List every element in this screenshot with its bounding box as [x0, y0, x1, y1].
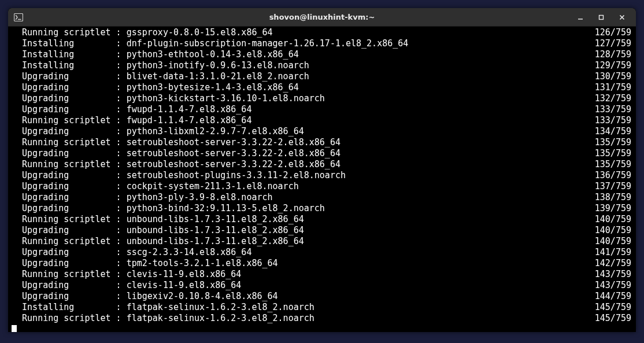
output-left: Running scriptlet : setroubleshoot-serve…	[12, 159, 340, 170]
output-line: Upgrading : setroubleshoot-plugins-3.3.1…	[12, 170, 632, 181]
output-progress: 130/759	[595, 71, 632, 82]
output-line: Upgrading : python3-kickstart-3.16.10-1.…	[12, 93, 632, 104]
output-left: Upgrading : tpm2-tools-3.2.1-1.el8.x86_6…	[12, 258, 278, 269]
output-line: Upgrading : fwupd-1.1.4-7.el8.x86_64133/…	[12, 104, 632, 115]
output-line: Upgrading : cockpit-system-211.3-1.el8.n…	[12, 181, 632, 192]
output-line: Upgrading : clevis-11-9.el8.x86_64143/75…	[12, 280, 632, 291]
output-progress: 140/759	[595, 236, 632, 247]
output-progress: 143/759	[595, 269, 632, 280]
output-left: Upgrading : setroubleshoot-server-3.3.22…	[12, 148, 340, 159]
output-left: Upgrading : libgexiv2-0.10.8-4.el8.x86_6…	[12, 291, 278, 302]
window-title: shovon@linuxhint-kvm:~	[269, 13, 375, 21]
output-left: Upgrading : python3-bytesize-1.4-3.el8.x…	[12, 82, 299, 93]
output-left: Running scriptlet : setroubleshoot-serve…	[12, 137, 340, 148]
output-left: Upgrading : python3-bind-32:9.11.13-5.el…	[12, 203, 325, 214]
output-progress: 135/759	[595, 137, 632, 148]
output-progress: 131/759	[595, 82, 632, 93]
output-progress: 133/759	[595, 104, 632, 115]
output-left: Upgrading : cockpit-system-211.3-1.el8.n…	[12, 181, 299, 192]
output-line: Upgrading : python3-bind-32:9.11.13-5.el…	[12, 203, 632, 214]
output-line: Installing : python3-inotify-0.9.6-13.el…	[12, 60, 632, 71]
titlebar[interactable]: shovon@linuxhint-kvm:~	[8, 8, 636, 27]
output-line: Upgrading : python3-bytesize-1.4-3.el8.x…	[12, 82, 632, 93]
output-progress: 145/759	[595, 313, 632, 324]
minimize-button[interactable]	[570, 8, 591, 27]
output-progress: 143/759	[595, 280, 632, 291]
output-line: Upgrading : sscg-2.3.3-14.el8.x86_64141/…	[12, 247, 632, 258]
output-line: Running scriptlet : flatpak-selinux-1.6.…	[12, 313, 632, 324]
output-progress: 138/759	[595, 192, 632, 203]
output-left: Upgrading : python3-kickstart-3.16.10-1.…	[12, 93, 325, 104]
output-line: Installing : python3-ethtool-0.14-3.el8.…	[12, 49, 632, 60]
output-line: Running scriptlet : gssproxy-0.8.0-15.el…	[12, 27, 632, 38]
output-progress: 144/759	[595, 291, 632, 302]
output-progress: 137/759	[595, 181, 632, 192]
output-progress: 129/759	[595, 60, 632, 71]
output-line: Upgrading : unbound-libs-1.7.3-11.el8_2.…	[12, 225, 632, 236]
output-left: Installing : dnf-plugin-subscription-man…	[12, 38, 408, 49]
output-left: Upgrading : setroubleshoot-plugins-3.3.1…	[12, 170, 346, 181]
output-line: Installing : flatpak-selinux-1.6.2-3.el8…	[12, 302, 632, 313]
output-progress: 135/759	[595, 159, 632, 170]
output-line: Running scriptlet : setroubleshoot-serve…	[12, 159, 632, 170]
output-left: Running scriptlet : clevis-11-9.el8.x86_…	[12, 269, 241, 280]
output-left: Upgrading : fwupd-1.1.4-7.el8.x86_64	[12, 104, 251, 115]
close-button[interactable]	[612, 8, 632, 27]
output-line: Upgrading : setroubleshoot-server-3.3.22…	[12, 148, 632, 159]
terminal-icon	[14, 13, 23, 21]
output-left: Upgrading : sscg-2.3.3-14.el8.x86_64	[12, 247, 251, 258]
output-line: Upgrading : blivet-data-1:3.1.0-21.el8_2…	[12, 71, 632, 82]
maximize-button[interactable]	[591, 8, 612, 27]
output-progress: 135/759	[595, 148, 632, 159]
output-progress: 133/759	[595, 115, 632, 126]
output-left: Upgrading : blivet-data-1:3.1.0-21.el8_2…	[12, 71, 309, 82]
window-controls	[570, 8, 632, 27]
output-line: Running scriptlet : setroubleshoot-serve…	[12, 137, 632, 148]
output-line: Installing : dnf-plugin-subscription-man…	[12, 38, 632, 49]
output-left: Upgrading : python3-libxml2-2.9.7-7.el8.…	[12, 126, 304, 137]
output-line: Upgrading : libgexiv2-0.10.8-4.el8.x86_6…	[12, 291, 632, 302]
terminal-output[interactable]: Running scriptlet : gssproxy-0.8.0-15.el…	[8, 27, 636, 332]
output-left: Running scriptlet : unbound-libs-1.7.3-1…	[12, 214, 304, 225]
output-left: Installing : flatpak-selinux-1.6.2-3.el8…	[12, 302, 314, 313]
svg-rect-0	[14, 13, 23, 21]
output-progress: 128/759	[595, 49, 632, 60]
output-progress: 126/759	[595, 27, 632, 38]
output-left: Running scriptlet : unbound-libs-1.7.3-1…	[12, 236, 304, 247]
cursor	[12, 325, 17, 332]
output-line: Running scriptlet : fwupd-1.1.4-7.el8.x8…	[12, 115, 632, 126]
output-progress: 140/759	[595, 214, 632, 225]
output-progress: 134/759	[595, 126, 632, 137]
output-progress: 139/759	[595, 203, 632, 214]
output-left: Upgrading : clevis-11-9.el8.x86_64	[12, 280, 241, 291]
output-left: Upgrading : python3-ply-3.9-8.el8.noarch	[12, 192, 273, 203]
output-progress: 142/759	[595, 258, 632, 269]
output-progress: 141/759	[595, 247, 632, 258]
output-left: Upgrading : unbound-libs-1.7.3-11.el8_2.…	[12, 225, 304, 236]
output-left: Installing : python3-inotify-0.9.6-13.el…	[12, 60, 309, 71]
output-line: Running scriptlet : clevis-11-9.el8.x86_…	[12, 269, 632, 280]
output-progress: 132/759	[595, 93, 632, 104]
output-progress: 127/759	[595, 38, 632, 49]
cursor-line	[12, 324, 632, 332]
output-progress: 140/759	[595, 225, 632, 236]
output-progress: 136/759	[595, 170, 632, 181]
svg-rect-3	[599, 15, 604, 19]
output-left: Running scriptlet : gssproxy-0.8.0-15.el…	[12, 27, 273, 38]
output-line: Running scriptlet : unbound-libs-1.7.3-1…	[12, 214, 632, 225]
output-progress: 145/759	[595, 302, 632, 313]
output-line: Upgrading : python3-ply-3.9-8.el8.noarch…	[12, 192, 632, 203]
output-line: Running scriptlet : unbound-libs-1.7.3-1…	[12, 236, 632, 247]
output-left: Running scriptlet : fwupd-1.1.4-7.el8.x8…	[12, 115, 251, 126]
output-line: Upgrading : tpm2-tools-3.2.1-1.el8.x86_6…	[12, 258, 632, 269]
output-left: Installing : python3-ethtool-0.14-3.el8.…	[12, 49, 299, 60]
output-line: Upgrading : python3-libxml2-2.9.7-7.el8.…	[12, 126, 632, 137]
output-left: Running scriptlet : flatpak-selinux-1.6.…	[12, 313, 314, 324]
terminal-window: shovon@linuxhint-kvm:~ Running scriptlet…	[8, 8, 636, 332]
